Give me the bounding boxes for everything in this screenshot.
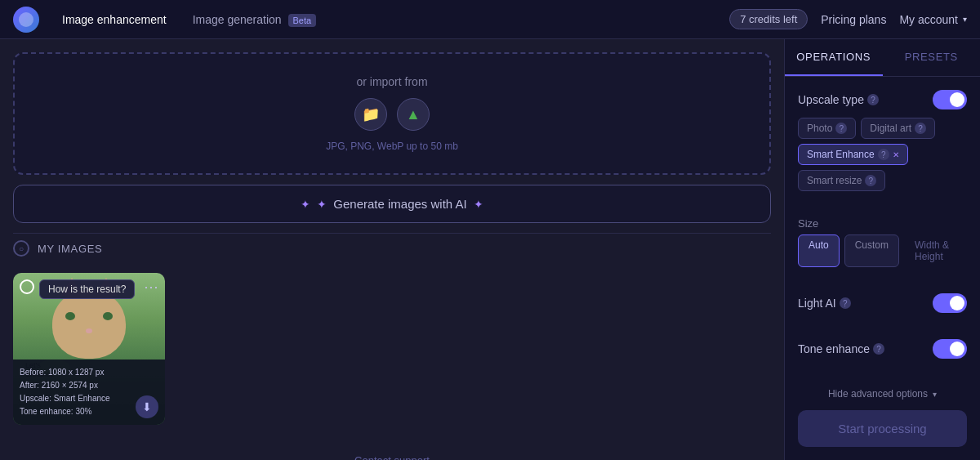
tone-enhance-row: Tone enhance ? — [798, 339, 967, 359]
size-label: Size — [798, 217, 967, 230]
tab-operations[interactable]: OPERATIONS — [785, 39, 883, 76]
tone-enhance-info-icon[interactable]: ? — [873, 343, 884, 355]
photo-info-icon[interactable]: ? — [835, 123, 847, 134]
upscale-info-icon[interactable]: ? — [867, 94, 879, 105]
toggle-circle-icon: ○ — [19, 244, 24, 253]
upload-hint: JPG, PNG, WebP up to 50 mb — [326, 141, 458, 152]
type-buttons: Photo ? Digital art ? — [798, 118, 967, 139]
light-ai-label: Light AI ? — [798, 297, 851, 310]
import-text: or import from — [356, 75, 427, 88]
light-ai-toggle[interactable] — [933, 293, 967, 313]
my-images-label: MY IMAGES — [38, 243, 102, 255]
smart-enhance-close-icon[interactable]: ✕ — [893, 150, 899, 159]
smart-resize-info-icon[interactable]: ? — [865, 175, 876, 186]
toggle-knob-tone — [950, 342, 964, 356]
nav-tab-enhancement[interactable]: Image enhancement — [52, 8, 176, 31]
panel-tabs: OPERATIONS PRESETS — [785, 39, 980, 77]
pricing-link[interactable]: Pricing plans — [821, 13, 886, 26]
drive-icon-btn[interactable]: ▲ — [397, 98, 430, 131]
type-btn-digital-art[interactable]: Digital art ? — [861, 118, 935, 139]
size-buttons: Auto Custom Width & Height — [798, 234, 967, 267]
sparkle-right-icon: ✦ — [474, 198, 483, 211]
card-tooltip: How is the result? — [39, 279, 135, 299]
image-card[interactable]: Let'sEnhance How is the result? ⋯ Before… — [13, 273, 165, 425]
logo — [13, 7, 39, 33]
advanced-options-toggle[interactable]: Hide advanced options ▾ — [798, 385, 967, 403]
upscale-type-row: Upscale type ? — [798, 90, 967, 109]
contact-support[interactable]: Contact support — [13, 444, 771, 460]
folder-icon: 📁 — [362, 105, 380, 123]
upscale-type-section: Upscale type ? Photo ? Digital art — [798, 90, 967, 191]
advanced-toggle-label: Hide advanced options — [828, 388, 928, 400]
card-menu-icon[interactable]: ⋯ — [144, 279, 158, 294]
size-section: Size Auto Custom Width & Height — [798, 217, 967, 267]
size-btn-auto[interactable]: Auto — [798, 234, 840, 267]
drive-icon: ▲ — [406, 106, 421, 123]
digital-art-info-icon[interactable]: ? — [915, 123, 926, 134]
chevron-down-icon: ▾ — [963, 15, 967, 24]
sparkle-left-icon: ✦ — [301, 198, 310, 211]
right-panel: OPERATIONS PRESETS Upscale type ? — [784, 39, 980, 460]
my-images-header: ○ MY IMAGES — [13, 233, 771, 263]
tab-presets[interactable]: PRESETS — [883, 39, 981, 76]
type-buttons-row2: Smart Enhance ? ✕ Smart resize ? — [798, 144, 967, 191]
start-processing-button[interactable]: Start processing — [798, 410, 967, 447]
left-panel: or import from 📁 ▲ JPG, PNG, WebP up to … — [0, 39, 784, 460]
light-ai-info-icon[interactable]: ? — [840, 297, 851, 309]
upscale-type-label: Upscale type ? — [798, 93, 879, 106]
size-btn-dimensions[interactable]: Width & Height — [904, 234, 967, 267]
size-btn-custom[interactable]: Custom — [844, 234, 899, 267]
my-images-section: ○ MY IMAGES — [13, 233, 771, 425]
download-icon: ⬇ — [142, 400, 152, 413]
nav-tabs: Image enhancement Image generation Beta — [52, 8, 326, 31]
folder-icon-btn[interactable]: 📁 — [354, 98, 387, 131]
header: Image enhancement Image generation Beta … — [0, 0, 980, 39]
main-content: or import from 📁 ▲ JPG, PNG, WebP up to … — [0, 39, 980, 460]
generate-label: Generate images with AI — [333, 197, 466, 211]
toggle-knob-light — [950, 296, 964, 310]
account-button[interactable]: My account ▾ — [899, 13, 967, 26]
section-toggle[interactable]: ○ — [13, 240, 29, 257]
panel-content: Upscale type ? Photo ? Digital art — [785, 77, 980, 410]
upload-icons: 📁 ▲ — [354, 98, 430, 131]
light-ai-row: Light AI ? — [798, 293, 967, 313]
header-right: 7 credits left Pricing plans My account … — [729, 9, 967, 29]
tone-enhance-label: Tone enhance ? — [798, 342, 884, 355]
download-button[interactable]: ⬇ — [136, 395, 158, 418]
beta-badge: Beta — [288, 14, 317, 27]
sparkle-center-icon: ✦ — [317, 198, 327, 211]
type-btn-smart-enhance[interactable]: Smart Enhance ? ✕ — [798, 144, 908, 165]
toggle-knob — [950, 92, 964, 107]
upload-area[interactable]: or import from 📁 ▲ JPG, PNG, WebP up to … — [13, 52, 771, 175]
card-select[interactable] — [20, 279, 34, 294]
card-after: After: 2160 × 2574 px — [20, 379, 158, 392]
generate-ai-button[interactable]: ✦ ✦ Generate images with AI ✦ — [13, 185, 771, 223]
nav-tab-generation[interactable]: Image generation Beta — [183, 8, 327, 31]
smart-enhance-info-icon[interactable]: ? — [878, 149, 889, 160]
type-btn-smart-resize[interactable]: Smart resize ? — [798, 170, 885, 191]
type-btn-photo[interactable]: Photo ? — [798, 118, 856, 139]
image-grid: Let'sEnhance How is the result? ⋯ Before… — [13, 273, 771, 425]
card-before: Before: 1080 x 1287 px — [20, 366, 158, 379]
credits-badge: 7 credits left — [729, 9, 808, 29]
upscale-type-toggle[interactable] — [933, 90, 967, 109]
advanced-chevron-icon: ▾ — [933, 390, 937, 399]
tone-enhance-toggle[interactable] — [933, 339, 967, 359]
